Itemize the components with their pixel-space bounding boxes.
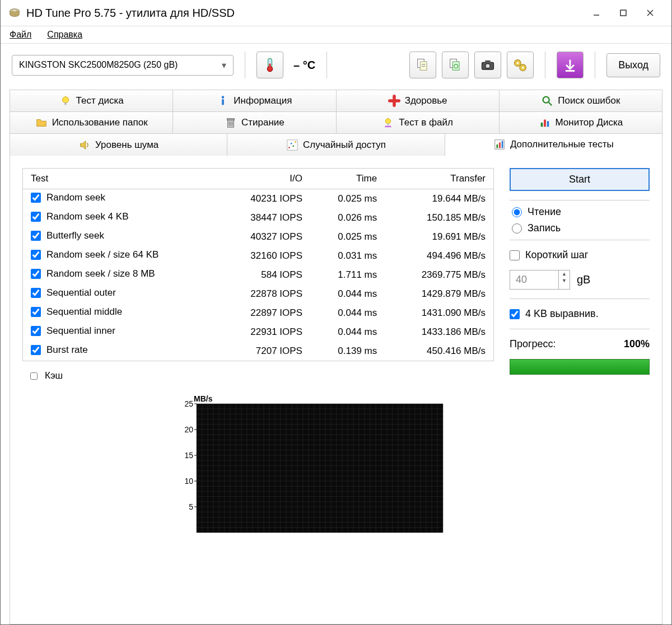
svg-text:20: 20 (184, 425, 193, 434)
svg-rect-25 (64, 102, 67, 105)
svg-point-1 (13, 10, 16, 11)
table-row[interactable]: Sequential middle22897 IOPS0.044 ms1431.… (23, 304, 493, 323)
speaker-icon (78, 139, 91, 151)
folder-icon (35, 116, 48, 129)
tab-rows: Тест диска Информация Здоровье Поиск оши… (10, 90, 662, 156)
svg-rect-48 (499, 142, 501, 148)
progress-bar (510, 359, 650, 375)
info-icon (217, 95, 229, 107)
window-title: HD Tune Pro 5.75 - утилита для HD/SSD (26, 7, 583, 20)
table-row[interactable]: Random seek40231 IOPS0.025 ms19.644 MB/s (23, 189, 493, 209)
screenshot-button[interactable] (474, 52, 501, 78)
svg-point-17 (486, 64, 490, 68)
table-row[interactable]: Sequential outer22878 IOPS0.044 ms1429.8… (23, 284, 493, 304)
tab-health[interactable]: Здоровье (337, 90, 500, 111)
maximize-button[interactable] (610, 4, 637, 21)
chart-ylabel: MB/s (194, 394, 213, 403)
svg-rect-31 (227, 119, 235, 120)
mode-write[interactable]: Запись (512, 222, 647, 234)
settings-button[interactable] (507, 52, 534, 78)
copy-info-button[interactable] (409, 52, 436, 78)
svg-point-24 (62, 97, 68, 103)
svg-point-28 (543, 97, 549, 103)
file-bulb-icon (382, 116, 394, 129)
tab-file-benchmark[interactable]: Тест в файл (337, 112, 500, 133)
tab-erase[interactable]: Стирание (173, 112, 336, 133)
svg-line-29 (549, 102, 552, 106)
col-time[interactable]: Time (310, 169, 385, 189)
tab-benchmark[interactable]: Тест диска (10, 90, 173, 111)
svg-point-45 (295, 141, 296, 143)
svg-text:10: 10 (184, 477, 193, 486)
tab-info[interactable]: Информация (173, 90, 336, 111)
align-4k-checkbox[interactable]: 4 KB выравнив. (510, 308, 650, 320)
svg-point-35 (386, 119, 391, 124)
minimize-button[interactable] (583, 4, 610, 21)
svg-rect-18 (485, 60, 490, 63)
svg-point-26 (222, 96, 225, 99)
svg-rect-14 (452, 62, 459, 70)
spinner-down[interactable]: ▼ (559, 277, 570, 284)
start-button[interactable]: Start (510, 168, 650, 191)
col-io[interactable]: I/O (218, 169, 310, 189)
bulb-icon (59, 95, 72, 107)
table-row[interactable]: Sequential inner22931 IOPS0.044 ms1433.1… (23, 323, 493, 342)
chevron-down-icon: ▾ (222, 60, 226, 71)
svg-text:15: 15 (184, 451, 193, 460)
temperature-button[interactable] (256, 52, 283, 78)
table-row[interactable]: Random seek 4 KB38447 IOPS0.026 ms150.18… (23, 208, 493, 227)
table-row[interactable]: Random seek / size 64 KB32160 IOPS0.031 … (23, 246, 493, 265)
tab-disk-monitor[interactable]: Монитор Диска (500, 112, 662, 133)
tab-error-scan[interactable]: Поиск ошибок (500, 90, 662, 111)
svg-text:25: 25 (184, 399, 193, 408)
monitor-bars-icon (539, 116, 551, 129)
temperature-label: – °C (293, 59, 315, 72)
tab-aam[interactable]: Уровень шума (10, 134, 227, 156)
table-row[interactable]: Burst rate7207 IOPS0.139 ms450.416 MB/s (23, 342, 493, 361)
svg-point-42 (288, 147, 290, 148)
device-select[interactable]: KINGSTON SKC2500M8250G (250 gB) ▾ (12, 55, 234, 76)
svg-rect-38 (540, 123, 543, 127)
table-row[interactable]: Random seek / size 8 MB584 IOPS1.711 ms2… (23, 265, 493, 284)
menu-file[interactable]: Файл (10, 30, 31, 40)
spinner-up[interactable]: ▲ (559, 270, 570, 277)
col-transfer[interactable]: Transfer (385, 169, 493, 189)
copy-drive-button[interactable] (442, 52, 469, 78)
progress-value: 100% (624, 338, 650, 350)
svg-point-44 (293, 145, 295, 147)
short-stroke-checkbox[interactable]: Короткий шаг (510, 249, 650, 261)
tab-extra-tests[interactable]: Дополнительные тесты (445, 134, 662, 156)
tab-random-access[interactable]: Случайный доступ (227, 134, 445, 156)
svg-point-22 (522, 67, 524, 69)
svg-point-43 (291, 142, 292, 144)
short-stroke-spinner[interactable]: 40 ▲▼ (510, 270, 570, 290)
app-icon (8, 7, 21, 19)
svg-rect-36 (388, 123, 389, 125)
col-test[interactable]: Test (23, 169, 218, 189)
titlebar: HD Tune Pro 5.75 - утилита для HD/SSD (1, 0, 671, 26)
search-icon (541, 95, 553, 107)
svg-point-20 (517, 62, 519, 64)
results-table: Test I/O Time Transfer Random seek40231 … (22, 168, 494, 361)
tab-folder-usage[interactable]: Использование папок (10, 112, 173, 133)
menu-help[interactable]: Справка (47, 30, 82, 40)
trash-icon (225, 116, 237, 129)
mode-radio-group: Чтение Запись (510, 200, 650, 240)
svg-rect-47 (496, 144, 498, 148)
svg-rect-40 (547, 121, 549, 127)
save-button[interactable] (557, 52, 584, 78)
toolbar: KINGSTON SKC2500M8250G (250 gB) ▾ – °C В… (1, 44, 671, 86)
close-button[interactable] (637, 4, 664, 21)
svg-rect-37 (385, 126, 391, 128)
menubar: Файл Справка (1, 26, 671, 44)
exit-button[interactable]: Выход (606, 53, 660, 77)
scatter-icon (286, 139, 298, 151)
mode-read[interactable]: Чтение (512, 206, 647, 218)
svg-rect-8 (269, 64, 271, 68)
cache-checkbox[interactable]: Кэш (28, 370, 494, 381)
table-row[interactable]: Butterfly seek40327 IOPS0.025 ms19.691 M… (23, 227, 493, 246)
svg-rect-27 (222, 99, 224, 105)
health-icon (388, 95, 400, 107)
chart-icon (493, 138, 506, 151)
svg-rect-3 (620, 10, 626, 16)
